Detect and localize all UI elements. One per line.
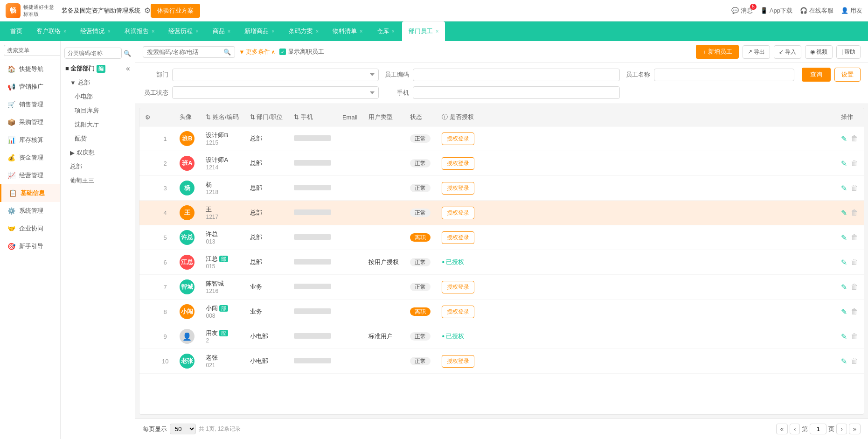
prev-page-button[interactable]: ‹ — [790, 424, 800, 434]
dept-tree-item-peihuo[interactable]: 配货 — [61, 132, 135, 146]
edit-icon[interactable]: ✎ — [841, 332, 847, 341]
authorize-button[interactable]: 授权登录 — [442, 231, 474, 244]
delete-icon[interactable]: 🗑 — [851, 184, 858, 192]
last-page-button[interactable]: » — [849, 424, 861, 434]
close-icon[interactable]: × — [152, 28, 154, 34]
delete-icon[interactable]: 🗑 — [851, 357, 858, 365]
tab-barcode[interactable]: 条码方案× — [282, 21, 325, 41]
edit-icon[interactable]: ✎ — [841, 209, 847, 217]
setting-icon[interactable]: ⚙ — [145, 114, 151, 121]
filter-phone-input[interactable] — [413, 86, 619, 99]
dept-tree-item-xiangmufangku[interactable]: 项目库房 — [61, 104, 135, 118]
dept-tree-item-shuangyixiang[interactable]: ▶ 双庆想 — [61, 146, 135, 160]
edit-icon[interactable]: ✎ — [841, 184, 847, 193]
dept-search-input[interactable] — [64, 48, 122, 59]
show-resigned-toggle[interactable]: ✓ 显示离职员工 — [279, 48, 324, 56]
app-download-action[interactable]: 📱 App下载 — [760, 7, 792, 15]
next-page-button[interactable]: › — [836, 424, 847, 434]
close-icon[interactable]: × — [271, 28, 274, 34]
authorize-button[interactable]: 授权登录 — [442, 182, 474, 195]
sidebar-search-input[interactable] — [4, 45, 61, 56]
tab-warehouse[interactable]: 仓库× — [370, 21, 401, 41]
sidebar-item-sales[interactable]: 🛒 销售管理 — [0, 96, 60, 113]
add-employee-button[interactable]: + 新增员工 — [696, 45, 739, 59]
edit-icon[interactable]: ✎ — [841, 357, 847, 366]
delete-icon[interactable]: 🗑 — [851, 233, 858, 242]
page-number-input[interactable] — [810, 424, 826, 434]
reset-button[interactable]: 设置 — [834, 68, 861, 82]
authorize-button[interactable]: 授权登录 — [442, 207, 474, 219]
dept-edit-icon[interactable]: 编 — [97, 65, 105, 73]
sidebar-item-finance[interactable]: 💰 资金管理 — [0, 149, 60, 167]
edit-icon[interactable]: ✎ — [841, 258, 847, 267]
help-button[interactable]: | 帮助 — [836, 45, 861, 59]
tab-home[interactable]: 首页 — [4, 21, 29, 41]
more-filter-button[interactable]: ▼ 更多条件 ∧ — [239, 48, 276, 56]
authorize-button[interactable]: 授权登录 — [442, 132, 474, 145]
tab-history[interactable]: 经营历程× — [162, 21, 205, 41]
filter-status-select[interactable] — [172, 86, 379, 99]
delete-icon[interactable]: 🗑 — [851, 283, 858, 291]
tab-new-goods[interactable]: 新增商品× — [238, 21, 281, 41]
authorize-button[interactable]: 授权登录 — [442, 281, 474, 293]
edit-icon[interactable]: ✎ — [841, 283, 847, 292]
edit-icon[interactable]: ✎ — [841, 134, 847, 143]
delete-icon[interactable]: 🗑 — [851, 307, 858, 316]
sidebar-item-purchase[interactable]: 📦 采购管理 — [0, 113, 60, 131]
sidebar-item-system[interactable]: ⚙️ 系统管理 — [0, 202, 60, 220]
page-size-select[interactable]: 50 20 100 — [170, 424, 196, 434]
close-icon[interactable]: × — [107, 28, 110, 34]
filter-dept-select[interactable] — [172, 69, 379, 81]
dept-tree-item-zongbu2[interactable]: 总部 — [61, 160, 135, 174]
authorize-button[interactable]: 授权登录 — [442, 355, 474, 368]
tab-operation[interactable]: 经营情况× — [74, 21, 117, 41]
export-button[interactable]: ↗ 导出 — [743, 45, 770, 59]
user-action[interactable]: 👤 用友 — [841, 7, 862, 15]
dept-tree-item-zongbu[interactable]: ▼ 总部 — [61, 76, 135, 90]
close-icon[interactable]: × — [316, 28, 319, 34]
delete-icon[interactable]: 🗑 — [851, 159, 858, 167]
message-action[interactable]: 💬 5 消息 — [731, 7, 753, 15]
view-button[interactable]: ◉ 视频 — [805, 45, 833, 59]
close-icon[interactable]: × — [436, 28, 438, 34]
filter-emp-code-input[interactable] — [413, 69, 619, 81]
sidebar-item-guide[interactable]: 🎯 新手引导 — [0, 237, 60, 255]
trial-button[interactable]: 体验行业方案 — [151, 4, 200, 18]
sidebar-item-quick-nav[interactable]: 🏠 快捷导航 — [0, 60, 60, 78]
first-page-button[interactable]: « — [776, 424, 788, 434]
sidebar-item-operation[interactable]: 📈 经营管理 — [0, 167, 60, 184]
close-icon[interactable]: × — [360, 28, 362, 34]
authorize-button[interactable]: 授权登录 — [442, 306, 474, 318]
sidebar-item-inventory[interactable]: 📊 库存核算 — [0, 131, 60, 149]
tab-profit[interactable]: 利润报告× — [118, 21, 161, 41]
close-icon[interactable]: × — [63, 28, 66, 34]
dept-tree-item-putaowangsan[interactable]: 葡萄王三 — [61, 174, 135, 188]
edit-icon[interactable]: ✎ — [841, 307, 847, 316]
edit-icon[interactable]: ✎ — [841, 233, 847, 242]
online-service-action[interactable]: 🎧 在线客服 — [800, 7, 833, 15]
edit-icon[interactable]: ✎ — [841, 159, 847, 168]
sidebar-item-cooperation[interactable]: 🤝 企业协同 — [0, 220, 60, 237]
close-icon[interactable]: × — [228, 28, 230, 34]
delete-icon[interactable]: 🗑 — [851, 258, 858, 266]
dept-collapse-button[interactable]: « — [126, 64, 130, 73]
tab-employee[interactable]: 部门员工× — [402, 21, 445, 41]
close-icon[interactable]: × — [392, 28, 395, 34]
sidebar-item-basic[interactable]: 📋 基础信息 — [0, 184, 60, 202]
delete-icon[interactable]: 🗑 — [851, 332, 858, 341]
tab-goods[interactable]: 商品× — [206, 21, 237, 41]
close-icon[interactable]: × — [195, 28, 198, 34]
tab-bom[interactable]: 物料清单× — [326, 21, 369, 41]
tab-customer[interactable]: 客户联络× — [30, 21, 73, 41]
dept-tree-item-xiaodiandbu[interactable]: 小电部 — [61, 90, 135, 104]
filter-emp-name-input[interactable] — [654, 69, 794, 81]
delete-icon[interactable]: 🗑 — [851, 134, 858, 143]
sidebar-item-marketing[interactable]: 📢 营销推广 — [0, 78, 60, 96]
search-input[interactable] — [147, 49, 222, 56]
import-button[interactable]: ↙ 导入 — [774, 45, 801, 59]
query-button[interactable]: 查询 — [802, 68, 831, 82]
gear-icon[interactable]: ⚙ — [144, 6, 151, 15]
delete-icon[interactable]: 🗑 — [851, 209, 858, 217]
authorize-button[interactable]: 授权登录 — [442, 157, 474, 170]
dept-tree-item-shenyangdajie[interactable]: 沈阳大厅 — [61, 118, 135, 132]
